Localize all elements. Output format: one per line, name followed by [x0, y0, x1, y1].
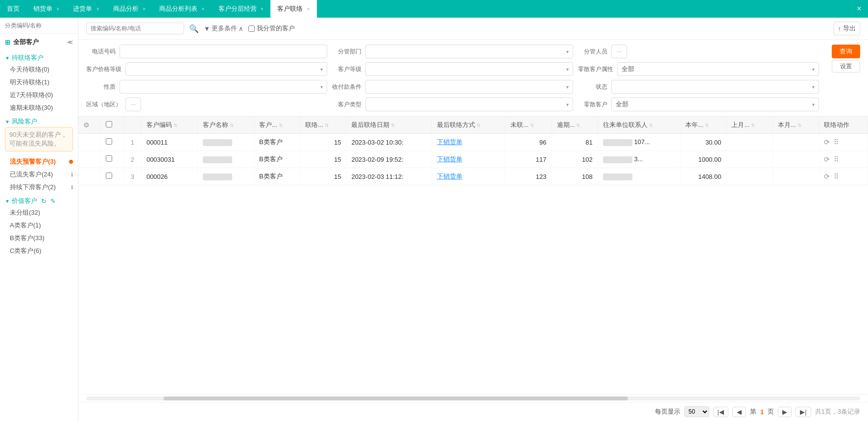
col-company-contact[interactable]: 往来单位联系人⇅ — [598, 117, 680, 134]
col-this-year[interactable]: 本年...⇅ — [680, 117, 726, 134]
sidebar-group-risk[interactable]: ▼ 风险客户 — [0, 114, 78, 127]
per-page-select[interactable]: 50 20 100 — [684, 406, 709, 417]
contact-icon[interactable]: ⟳ — [824, 138, 830, 146]
tab-customer-connect-close[interactable]: × — [307, 0, 310, 18]
scroll-thumb[interactable] — [164, 396, 628, 400]
row-last-contact-method[interactable]: 下销货单 — [432, 168, 506, 185]
sidebar-search-bar: 🔍 — [0, 18, 78, 34]
retail-attr-select[interactable]: 全部 ▾ — [617, 62, 819, 76]
region-dots-button[interactable]: ··· — [125, 98, 141, 111]
refresh-icon[interactable]: ↻ — [41, 198, 47, 205]
sidebar-item-class-a[interactable]: A类客户(1) — [0, 219, 78, 232]
row-checkbox[interactable] — [106, 155, 112, 162]
sort-icon-4: ⇅ — [325, 123, 329, 128]
sidebar-item-class-b[interactable]: B类客户(33) — [0, 232, 78, 245]
query-button[interactable]: 查询 — [832, 45, 860, 58]
sidebar-item-today[interactable]: 今天待联络(0) — [0, 63, 78, 76]
sort-icon-11: ⇅ — [751, 123, 755, 128]
my-customers-checkbox[interactable] — [248, 25, 255, 32]
sidebar-item-tomorrow[interactable]: 明天待联络(1) — [0, 76, 78, 89]
col-last-month[interactable]: 上月...⇅ — [726, 117, 772, 134]
payment-select[interactable]: ▾ — [365, 80, 573, 94]
person-dots-button[interactable]: ··· — [611, 45, 627, 58]
tab-home[interactable]: 首页 — [0, 0, 26, 18]
tab-sales-close[interactable]: × — [56, 0, 59, 18]
sidebar-item-churned[interactable]: 已流失客户(24) ℹ — [0, 168, 78, 181]
customer-type-select[interactable]: ▾ — [365, 98, 573, 111]
row-check-cell[interactable] — [101, 134, 124, 151]
tab-analysis-list[interactable]: 商品分析列表 × — [152, 0, 211, 18]
gear-icon[interactable]: ⚙ — [83, 121, 90, 129]
dept-select[interactable]: ▾ — [365, 45, 573, 58]
settings-button[interactable]: 设置 — [832, 60, 860, 73]
sidebar-group-pending-contact[interactable]: ▼ 待联络客户 — [0, 50, 78, 63]
price-level-select[interactable]: ▾ — [125, 62, 327, 76]
contact-icon[interactable]: ⟳ — [824, 173, 830, 180]
tab-analysis-list-close[interactable]: × — [201, 0, 204, 18]
tab-analysis[interactable]: 商品分析 × — [106, 0, 152, 18]
last-page-button[interactable]: ▶| — [796, 407, 811, 417]
export-button[interactable]: ↑ 导出 — [834, 22, 861, 35]
sidebar-item-declining[interactable]: 持续下滑客户(2) ℹ — [0, 181, 78, 194]
row-checkbox[interactable] — [106, 173, 112, 179]
row-code: 000026 — [141, 168, 197, 185]
col-this-month[interactable]: 本月...⇅ — [772, 117, 819, 134]
col-contact[interactable]: 联络...⇅ — [300, 117, 346, 134]
more-action-icon[interactable]: ⠿ — [834, 155, 839, 163]
next-page-button[interactable]: ▶ — [778, 407, 792, 417]
col-level[interactable]: 客户...⇅ — [254, 117, 300, 134]
col-name[interactable]: 客户名称⇅ — [197, 117, 254, 134]
arrow-icon: ▼ — [5, 55, 10, 61]
sidebar-item-week[interactable]: 近7天待联络(0) — [0, 89, 78, 101]
more-action-icon[interactable]: ⠿ — [834, 138, 839, 146]
col-last-contact-date[interactable]: 最后联络日期⇅ — [346, 117, 432, 134]
phone-input[interactable] — [120, 45, 327, 58]
tab-purchase[interactable]: 进货单 × — [66, 0, 106, 18]
select-all-checkbox[interactable] — [106, 121, 112, 127]
prev-page-button[interactable]: ◀ — [732, 407, 746, 417]
tab-customer-connect[interactable]: 客户联络 × — [270, 0, 316, 18]
tab-customer-segment-close[interactable]: × — [261, 0, 264, 18]
my-customers-checkbox-label[interactable]: 我分管的客户 — [248, 24, 295, 33]
search-input[interactable] — [86, 23, 184, 34]
sidebar-item-class-c[interactable]: C类客户(6) — [0, 245, 78, 257]
sidebar-item-churn-warning[interactable]: 流失预警客户(3) — [0, 155, 78, 168]
row-check-cell[interactable] — [101, 168, 124, 185]
info-icon-2: ℹ — [71, 184, 73, 191]
row-last-contact-method[interactable]: 下销货单 — [432, 151, 506, 168]
tab-customer-segment[interactable]: 客户分层经营 × — [212, 0, 270, 18]
scroll-track[interactable] — [86, 396, 860, 400]
col-check[interactable] — [101, 117, 124, 134]
col-code[interactable]: 客户编码⇅ — [141, 117, 197, 134]
tab-sales[interactable]: 销货单 × — [26, 0, 66, 18]
edit-icon[interactable]: ✎ — [50, 198, 56, 205]
col-last-contact-method[interactable]: 最后联络方式⇅ — [432, 117, 506, 134]
contact-icon[interactable]: ⟳ — [824, 155, 830, 163]
horizontal-scrollbar[interactable] — [78, 394, 868, 402]
customer-level-select[interactable]: ▾ — [365, 62, 573, 76]
more-action-icon[interactable]: ⠿ — [834, 173, 839, 180]
col-no-contact[interactable]: 未联...⇅ — [506, 117, 552, 134]
search-button[interactable]: 🔍 — [189, 24, 199, 33]
status-select[interactable]: ▾ — [611, 80, 819, 94]
row-no-contact: 96 — [506, 134, 552, 151]
nature-select[interactable]: ▾ — [120, 80, 327, 94]
sidebar-item-overdue[interactable]: 逾期未联络(30) — [0, 101, 78, 114]
sidebar-search-input[interactable] — [5, 22, 78, 29]
sidebar-item-unsegmented[interactable]: 未分组(32) — [0, 206, 78, 219]
retail-customer-select[interactable]: 全部 ▾ — [611, 98, 819, 111]
chevron-down-icon-9: ▾ — [812, 102, 815, 107]
first-page-button[interactable]: |◀ — [713, 407, 728, 417]
tab-purchase-close[interactable]: × — [96, 0, 99, 18]
row-checkbox[interactable] — [106, 138, 112, 145]
tab-analysis-close[interactable]: × — [143, 0, 145, 18]
sidebar-group-valued[interactable]: ▼ 价值客户 ↻ ✎ — [0, 194, 78, 206]
window-close-button[interactable]: × — [850, 0, 868, 18]
col-overdue[interactable]: 逾期...⇅ — [552, 117, 598, 134]
col-gear[interactable]: ⚙ — [78, 117, 101, 134]
all-customers-header[interactable]: ⊞ 全部客户 ≪ — [0, 34, 78, 50]
row-check-cell[interactable] — [101, 151, 124, 168]
row-last-contact-method[interactable]: 下销货单 — [432, 134, 506, 151]
row-this-year: 30.00 — [680, 134, 726, 151]
more-conditions-button[interactable]: ▼ 更多条件 ∧ — [204, 24, 243, 33]
